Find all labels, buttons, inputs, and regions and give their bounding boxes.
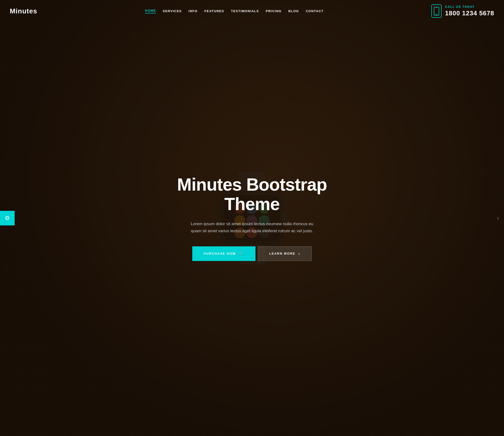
- chevron-right-icon: ›: [298, 251, 300, 256]
- hero-section: Minutes Bootstrap Theme Lorem ipsum dolo…: [0, 0, 504, 436]
- learn-more-label: LEARN MORE: [269, 252, 295, 255]
- settings-button[interactable]: ⚙: [0, 211, 15, 225]
- main-nav: HOME SERVICES INFO FEATURES TESTIMONIALS…: [145, 9, 324, 13]
- phone-icon: [431, 4, 442, 18]
- nav-item-pricing[interactable]: PRICING: [266, 9, 281, 13]
- nav-item-testimonials[interactable]: TESTIMONIALS: [231, 9, 259, 13]
- cart-icon: 🛒: [239, 251, 244, 256]
- site-logo[interactable]: Minutes: [10, 7, 37, 15]
- call-number[interactable]: 1800 1234 5678: [445, 9, 494, 17]
- hero-title: Minutes Bootstrap Theme: [162, 175, 342, 213]
- site-header: Minutes HOME SERVICES INFO FEATURES TEST…: [0, 0, 504, 22]
- purchase-now-button[interactable]: PURCHASE NOW 🛒: [192, 246, 255, 261]
- gear-icon: ⚙: [5, 215, 10, 222]
- svg-rect-2: [436, 8, 437, 8]
- svg-rect-0: [434, 7, 439, 15]
- nav-item-blog[interactable]: BLOG: [288, 9, 299, 13]
- call-text: CALL US TODAY 1800 1234 5678: [445, 5, 494, 17]
- hero-content: Minutes Bootstrap Theme Lorem ipsum dolo…: [155, 175, 349, 261]
- nav-item-features[interactable]: FEATURES: [204, 9, 224, 13]
- nav-item-info[interactable]: INFO: [189, 9, 198, 13]
- call-label: CALL US TODAY: [445, 5, 494, 9]
- scroll-down-arrow[interactable]: ›: [497, 214, 499, 222]
- nav-item-home[interactable]: HOME: [145, 9, 156, 13]
- purchase-label: PURCHASE NOW: [204, 252, 236, 255]
- learn-more-button[interactable]: LEARN MORE ›: [258, 246, 312, 261]
- hero-subtitle: Lorem ipsum dolor sit amet ipsum lectus …: [186, 221, 318, 235]
- svg-rect-1: [436, 14, 437, 15]
- hero-buttons: PURCHASE NOW 🛒 LEARN MORE ›: [162, 246, 342, 261]
- nav-item-services[interactable]: SERVICES: [163, 9, 182, 13]
- nav-item-contact[interactable]: CONTACT: [306, 9, 324, 13]
- call-section: CALL US TODAY 1800 1234 5678: [431, 4, 494, 18]
